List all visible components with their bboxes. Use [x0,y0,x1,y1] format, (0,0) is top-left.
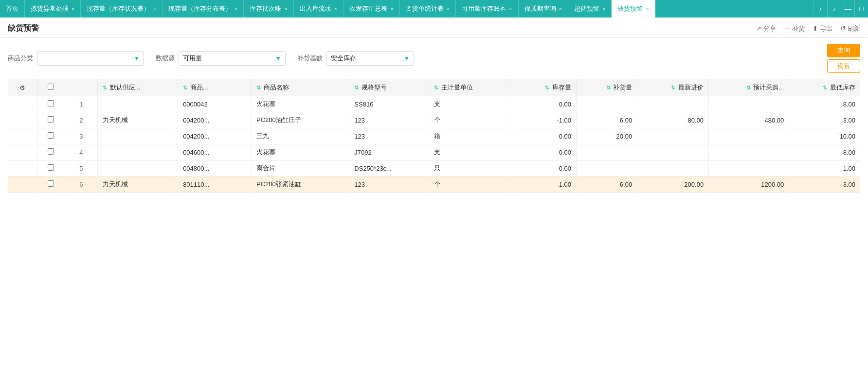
column-unit[interactable]: ⇅ 主计量单位 [429,79,511,96]
close-tab-shortage[interactable]: × [646,6,649,12]
share-action[interactable]: ↗ 分享 [756,24,776,33]
tab-expiry[interactable]: 保质期查询 × [519,0,568,18]
table-row: 4 004600... 火花塞 J7092 支 0.00 8.00 [8,144,860,160]
row-checkbox-3[interactable] [48,148,54,155]
cell-num-0: 1 [65,96,97,112]
cell-name-2: 三九 [252,128,349,144]
tab-overstock[interactable]: 超储预警 × [568,0,612,18]
row-checkbox-2[interactable] [48,132,54,139]
column-forecast[interactable]: ⇅ 预计采购... [709,79,789,96]
tab-minimize-button[interactable]: — [841,0,854,18]
close-tab-demand-stat[interactable]: × [447,6,450,12]
row-checkbox-5[interactable] [48,180,54,187]
sort-code-icon: ⇅ [183,85,187,90]
replenish-icon: ＋ [784,24,790,33]
cell-gear-2 [8,128,37,144]
cell-checkbox-3[interactable] [37,144,65,160]
tab-recv-summary[interactable]: 收发存汇总表 × [344,0,399,18]
close-tab-recv-summary[interactable]: × [390,6,393,12]
datasource-select-value: 可用量 [183,54,202,63]
replenish-action[interactable]: ＋ 补货 [784,24,805,33]
datasource-dropdown-icon: ▼ [275,55,281,62]
row-checkbox-1[interactable] [48,116,54,123]
column-checkbox[interactable] [37,79,65,96]
table-header-row: ⚙ ⇅ 默认供应... ⇅ 商品... ⇅ [8,79,860,96]
tab-demand-stat[interactable]: 要货单统计表 × [400,0,456,18]
column-gear[interactable]: ⚙ [8,79,37,96]
close-tab-overstock[interactable]: × [602,6,605,12]
cell-checkbox-0[interactable] [37,96,65,112]
export-action[interactable]: ⬆ 导出 [813,24,832,33]
tab-exception[interactable]: 拣货异常处理 × [25,0,81,18]
cell-code-0: 0000042 [178,96,252,112]
close-tab-batch[interactable]: × [284,6,287,12]
column-replenish[interactable]: ⇅ 补货量 [576,79,637,96]
column-supplier[interactable]: ⇅ 默认供应... [97,79,178,96]
tab-batch[interactable]: 库存批次账 × [244,0,293,18]
sort-name-icon: ⇅ [256,85,261,90]
tab-next-button[interactable]: › [827,0,841,18]
datasource-select[interactable]: 可用量 ▼ [179,51,286,66]
column-price[interactable]: ⇅ 最新进价 [637,79,709,96]
column-minstock[interactable]: ⇅ 最低库存 [789,79,860,96]
category-label: 商品分类 [8,54,33,63]
refresh-action[interactable]: ↺ 刷新 [840,24,860,33]
base-select-value: 安全库存 [331,54,356,63]
cell-spec-4: DS250*23c... [349,160,429,176]
row-checkbox-4[interactable] [48,164,54,171]
cell-stock-1: -1.00 [511,112,576,128]
table-row: 1 0000042 火花塞 SS816 支 0.00 8.00 [8,96,860,112]
close-tab-exception[interactable]: × [72,6,74,12]
sort-minstock-icon: ⇅ [823,85,827,90]
cell-gear-3 [8,144,37,160]
close-tab-inout-flow[interactable]: × [334,6,337,12]
column-code[interactable]: ⇅ 商品... [178,79,252,96]
base-select[interactable]: 安全库存 ▼ [326,51,414,66]
table-row: 5 004800... 离合片 DS250*23c... 只 0.00 1.00 [8,160,860,176]
datasource-filter-group: 数据源 可用量 ▼ [156,51,286,66]
category-select[interactable]: ▼ [37,51,144,66]
cell-checkbox-1[interactable] [37,112,65,128]
base-dropdown-icon: ▼ [404,55,410,62]
cell-checkbox-5[interactable] [37,176,65,193]
column-num [65,79,97,96]
cell-price-5: 200.00 [637,176,709,193]
cell-minstock-1: 3.00 [789,112,860,128]
column-name[interactable]: ⇅ 商品名称 [252,79,349,96]
header-actions: ↗ 分享 ＋ 补货 ⬆ 导出 ↺ 刷新 [756,24,860,33]
tab-home[interactable]: 首页 [0,0,25,18]
close-tab-stock-status[interactable]: × [153,6,156,12]
cell-checkbox-4[interactable] [37,160,65,176]
cell-minstock-3: 8.00 [789,144,860,160]
select-all-checkbox[interactable] [48,84,54,90]
tab-shortage[interactable]: 缺货预警 × [612,0,655,18]
setting-button[interactable]: 设置 [827,59,860,73]
cell-unit-5: 个 [429,176,511,193]
tab-stock-status[interactable]: 现存量（库存状况表） × [81,0,162,18]
close-tab-expiry[interactable]: × [559,6,562,12]
query-button[interactable]: 查询 [827,44,860,57]
cell-replenish-5: 6.00 [576,176,637,193]
gear-icon: ⚙ [19,84,25,91]
cell-num-1: 2 [65,112,97,128]
cell-name-3: 火花塞 [252,144,349,160]
row-checkbox-0[interactable] [48,100,54,106]
close-tab-available[interactable]: × [509,6,512,12]
close-tab-stock-dist[interactable]: × [235,6,237,12]
cell-stock-2: 0.00 [511,128,576,144]
tab-available[interactable]: 可用量库存账本 × [456,0,518,18]
cell-stock-3: 0.00 [511,144,576,160]
tab-prev-button[interactable]: ‹ [814,0,827,18]
column-stock[interactable]: ⇅ 库存量 [511,79,576,96]
cell-name-5: PC200张紧油缸 [252,176,349,193]
column-spec[interactable]: ⇅ 规格型号 [349,79,429,96]
tab-maximize-button[interactable]: □ [854,0,868,18]
cell-checkbox-2[interactable] [37,128,65,144]
cell-spec-2: 123 [349,128,429,144]
tab-inout-flow[interactable]: 出入库流水 × [294,0,344,18]
cell-unit-2: 箱 [429,128,511,144]
cell-unit-0: 支 [429,96,511,112]
tab-stock-dist[interactable]: 现存量（库存分布表） × [163,0,244,18]
cell-minstock-2: 10.00 [789,128,860,144]
cell-forecast-2 [709,128,789,144]
